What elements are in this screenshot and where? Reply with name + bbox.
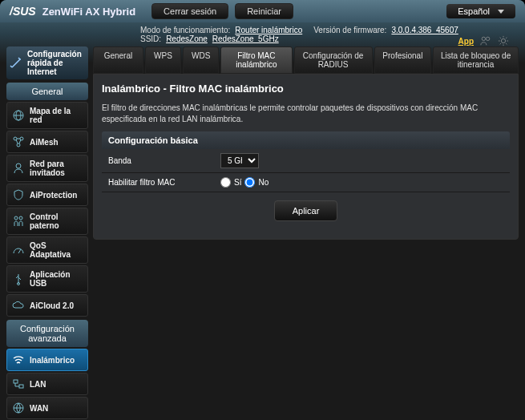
ssid-label: SSID:	[140, 34, 161, 43]
fw-link[interactable]: 3.0.0.4.386_45607	[391, 26, 458, 34]
users-icon[interactable]	[480, 35, 491, 46]
main-content: General WPS WDS Filtro MAC inalámbrico C…	[93, 46, 519, 420]
svg-point-11	[19, 216, 22, 220]
language-selector[interactable]: Español	[446, 4, 515, 18]
nav-label: AiCloud 2.0	[30, 301, 74, 310]
chevron-down-icon	[498, 10, 504, 14]
content-panel: Inalámbrico - Filtro MAC inalámbrico El …	[93, 74, 519, 240]
svg-point-0	[482, 37, 485, 40]
tab-radius[interactable]: Configuración de RADIUS	[294, 46, 373, 74]
svg-point-1	[486, 37, 489, 40]
svg-rect-13	[14, 380, 18, 383]
nav-label: Mapa de la red	[30, 107, 83, 124]
magic-wand-icon	[10, 57, 22, 70]
cloud-icon	[12, 299, 25, 312]
nav-label: Control paterno	[30, 212, 83, 230]
yes-label: Sí	[234, 178, 241, 187]
app-link[interactable]: App	[458, 37, 474, 46]
nav-label: Aplicación USB	[30, 270, 83, 288]
tab-roaming[interactable]: Lista de bloqueo de itinerancia	[433, 46, 519, 74]
sidebar-item-aicloud[interactable]: AiCloud 2.0	[6, 294, 88, 317]
reboot-button[interactable]: Reiniciar	[235, 3, 293, 19]
sidebar-item-wan[interactable]: WAN	[6, 397, 88, 419]
logout-button[interactable]: Cerrar sesión	[151, 3, 228, 19]
mode-label: Modo de funcionamiento:	[140, 26, 230, 34]
apply-button[interactable]: Aplicar	[274, 200, 338, 221]
page-description: El filtro de direcciones MAC inalámbrica…	[102, 103, 510, 125]
mode-link[interactable]: Router inalámbrico	[235, 26, 302, 34]
svg-point-8	[17, 143, 20, 147]
usb-icon	[12, 273, 25, 285]
radio-no[interactable]	[244, 177, 255, 188]
tab-wds[interactable]: WDS	[183, 46, 219, 74]
header-icons: App	[458, 35, 509, 46]
guest-icon	[12, 162, 25, 175]
tab-general[interactable]: General	[93, 46, 143, 74]
nav-label: AiMesh	[30, 138, 59, 147]
globe-icon	[12, 109, 25, 122]
gauge-icon	[12, 244, 25, 256]
quick-setup-button[interactable]: Configuración rápida de Internet	[6, 46, 88, 79]
ssid1-link[interactable]: RedesZone	[166, 34, 208, 43]
header-bar: /SUS ZenWiFi AX Hybrid Cerrar sesión Rei…	[0, 0, 525, 22]
nav-label: QoS Adaptativa	[30, 241, 83, 259]
sidebar-item-parental[interactable]: Control paterno	[6, 208, 88, 235]
wan-icon	[12, 402, 25, 414]
nav-label: WAN	[30, 404, 48, 413]
band-label: Banda	[108, 156, 220, 165]
sidebar-item-aimesh[interactable]: AiMesh	[6, 131, 88, 153]
wifi-icon	[12, 353, 25, 366]
status-bar: Modo de funcionamiento: Router inalámbri…	[0, 22, 525, 43]
panel-header: Configuración básica	[102, 131, 510, 149]
language-label: Español	[458, 6, 490, 16]
nav-label: Red para invitados	[30, 160, 83, 177]
lan-icon	[12, 378, 25, 390]
sidebar-item-guest[interactable]: Red para invitados	[6, 155, 88, 182]
nav-label: Inalámbrico	[30, 356, 75, 365]
nav-label: AiProtection	[30, 191, 77, 200]
gear-icon[interactable]	[498, 35, 509, 46]
quick-line1: Configuración	[27, 50, 85, 59]
band-select[interactable]: 5 GHz	[220, 153, 259, 168]
advanced-header: Configuración avanzada	[6, 320, 88, 347]
shield-icon	[12, 188, 25, 201]
row-enable: Habilitar filtro MAC Sí No	[102, 173, 510, 192]
enable-label: Habilitar filtro MAC	[108, 178, 220, 187]
tab-bar: General WPS WDS Filtro MAC inalámbrico C…	[93, 46, 519, 74]
sidebar-item-usb[interactable]: Aplicación USB	[6, 265, 88, 293]
model-name: ZenWiFi AX Hybrid	[42, 6, 135, 18]
no-label: No	[258, 178, 269, 187]
tab-macfilter[interactable]: Filtro MAC inalámbrico	[220, 46, 292, 74]
svg-point-2	[501, 38, 505, 42]
app-window: /SUS ZenWiFi AX Hybrid Cerrar sesión Rei…	[0, 0, 525, 420]
radio-yes[interactable]	[220, 177, 231, 188]
ssid2-link[interactable]: RedesZone_5GHz	[212, 34, 279, 43]
mesh-icon	[12, 135, 25, 148]
svg-point-10	[14, 216, 18, 220]
sidebar: Configuración rápida de Internet General…	[6, 46, 88, 420]
svg-point-3	[19, 59, 21, 60]
brand-logo: /SUS	[10, 5, 36, 18]
quick-line2: rápida de Internet	[27, 59, 85, 76]
sidebar-item-networkmap[interactable]: Mapa de la red	[6, 102, 88, 129]
page-title: Inalámbrico - Filtro MAC inalámbrico	[102, 83, 510, 95]
svg-rect-14	[19, 385, 23, 388]
sidebar-item-qos[interactable]: QoS Adaptativa	[6, 236, 88, 264]
sidebar-item-aiprotection[interactable]: AiProtection	[6, 184, 88, 206]
sidebar-item-wireless[interactable]: Inalámbrico	[6, 349, 88, 371]
sidebar-item-lan[interactable]: LAN	[6, 373, 88, 395]
svg-point-9	[16, 164, 21, 168]
general-header: General	[6, 83, 88, 100]
nav-label: LAN	[30, 380, 46, 389]
fw-label: Versión de firmware:	[313, 26, 386, 34]
row-band: Banda 5 GHz	[102, 149, 510, 173]
tab-professional[interactable]: Profesional	[374, 46, 432, 74]
family-icon	[12, 215, 25, 228]
tab-wps[interactable]: WPS	[145, 46, 181, 74]
